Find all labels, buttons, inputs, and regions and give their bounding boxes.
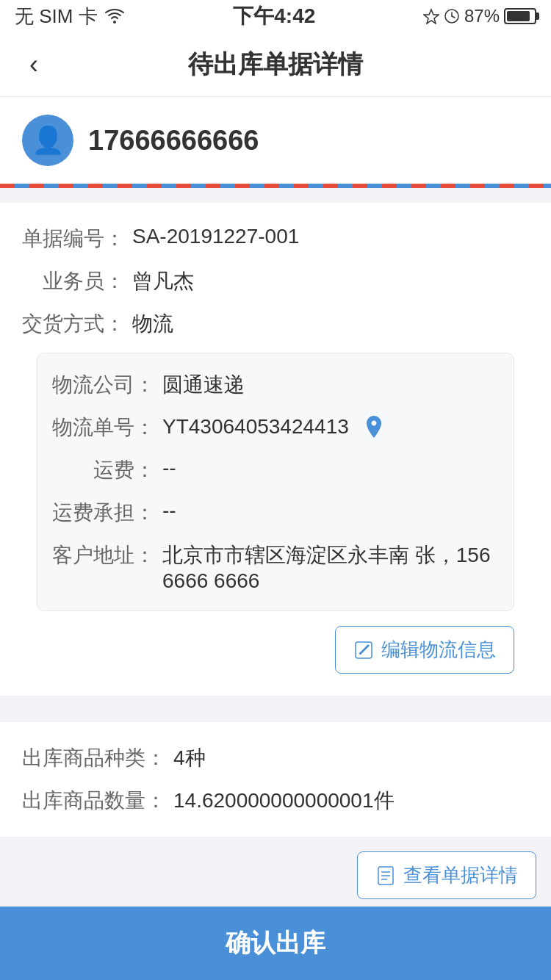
view-detail-button[interactable]: 查看单据详情 [357,851,536,899]
svg-point-0 [113,21,116,24]
battery-text: 87% [464,6,500,26]
battery-icon [504,8,536,24]
view-detail-btn-row: 查看单据详情 [0,837,551,899]
document-icon [375,865,396,886]
logistics-company-label: 物流公司： [52,371,162,399]
tracking-value: YT43064053424413 [162,414,499,440]
freight-bear-label: 运费承担： [52,499,162,527]
delivery-type-value: 物流 [132,310,529,338]
logistics-company-row: 物流公司： 圆通速递 [52,371,499,399]
status-left: 无 SIM 卡 [15,4,126,29]
clock-icon [444,8,460,24]
carrier-text: 无 SIM 卡 [15,4,98,29]
freight-value: -- [162,456,499,480]
address-row: 客户地址： 北京市市辖区海淀区永丰南 张，156 6666 6666 [52,541,499,593]
goods-types-row: 出库商品种类： 4种 [22,744,529,772]
bottom-area: 确认出库 [0,907,551,980]
tracking-label: 物流单号： [52,414,162,442]
confirm-button[interactable]: 确认出库 [0,907,551,980]
freight-row: 运费： -- [52,456,499,484]
salesman-label: 业务员： [22,267,132,295]
edit-icon [353,640,374,660]
status-time: 下午4:42 [233,2,315,30]
location-pin-icon[interactable] [361,414,387,440]
delivery-type-label: 交货方式： [22,310,132,338]
logistics-section: 物流公司： 圆通速递 物流单号： YT43064053424413 运费： --… [37,353,514,611]
salesman-value: 曾凡杰 [132,267,529,295]
address-label: 客户地址： [52,541,162,569]
goods-types-value: 4种 [173,744,206,772]
freight-label: 运费： [52,456,162,484]
dashed-divider [0,184,551,188]
order-no-label: 单据编号： [22,225,132,253]
goods-quantity-row: 出库商品数量： 14.620000000000001件 [22,787,529,815]
delivery-type-row: 交货方式： 物流 [22,310,529,338]
logistics-company-value: 圆通速递 [162,371,499,399]
back-button[interactable]: ‹ [22,42,46,87]
edit-btn-row: 编辑物流信息 [22,611,529,674]
edit-logistics-button[interactable]: 编辑物流信息 [335,626,514,674]
tracking-number: YT43064053424413 [162,415,349,439]
status-right: 87% [423,6,536,26]
person-icon: 👤 [32,125,65,156]
address-value: 北京市市辖区海淀区永丰南 张，156 6666 6666 [162,541,499,593]
order-info-section: 单据编号： SA-20191227-001 业务员： 曾凡杰 交货方式： 物流 … [0,203,551,696]
goods-section: 出库商品种类： 4种 出库商品数量： 14.620000000000001件 [0,722,551,837]
freight-bear-row: 运费承担： -- [52,499,499,527]
wifi-icon [104,8,126,24]
svg-line-3 [452,16,455,18]
location-status-icon [423,8,439,24]
goods-quantity-label: 出库商品数量： [22,787,173,815]
view-detail-label: 查看单据详情 [403,862,518,888]
goods-quantity-value: 14.620000000000001件 [173,787,395,815]
customer-header: 👤 17666666666 [0,97,551,184]
goods-types-label: 出库商品种类： [22,744,173,772]
nav-bar: ‹ 待出库单据详情 [0,32,551,97]
avatar: 👤 [22,115,73,166]
freight-bear-value: -- [162,499,499,522]
salesman-row: 业务员： 曾凡杰 [22,267,529,295]
section-divider [0,710,551,722]
customer-phone: 17666666666 [88,125,259,156]
order-no-row: 单据编号： SA-20191227-001 [22,225,529,253]
tracking-row: 物流单号： YT43064053424413 [52,414,499,442]
order-no-value: SA-20191227-001 [132,225,529,248]
status-bar: 无 SIM 卡 下午4:42 87% [0,0,551,32]
page-title: 待出库单据详情 [188,48,363,82]
edit-logistics-label: 编辑物流信息 [381,637,496,663]
